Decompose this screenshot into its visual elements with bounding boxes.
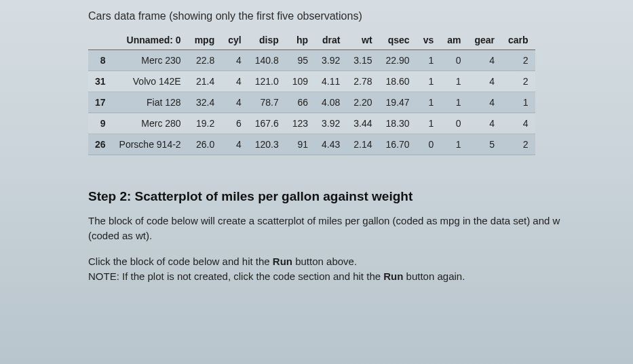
table-cell: 2 [501, 71, 535, 92]
table-cell: 32.4 [188, 92, 222, 113]
text-line: (coded as wt). [88, 230, 152, 241]
table-cell: 4 [221, 71, 248, 92]
table-cell: 0 [440, 113, 467, 134]
table-cell: 109 [286, 71, 315, 92]
table-cell: 19.2 [188, 113, 222, 134]
table-cell: 3.15 [347, 50, 379, 71]
table-cell: 1 [417, 71, 441, 92]
table-cell: Porsche 914-2 [113, 134, 188, 155]
text-fragment: Click the block of code below and hit th… [88, 256, 273, 267]
table-cell: 91 [286, 134, 315, 155]
table-cell: 66 [286, 92, 315, 113]
table-cell: 78.7 [248, 92, 286, 113]
table-row: 9Merc 28019.26167.61233.923.4418.301044 [88, 113, 535, 134]
table-cell: 22.90 [379, 50, 417, 71]
table-row: 17Fiat 12832.4478.7664.082.2019.471141 [88, 92, 535, 113]
col-header: am [440, 31, 467, 50]
table-cell: 1 [440, 134, 467, 155]
table-cell: 121.0 [248, 71, 286, 92]
table-cell: 2.78 [347, 71, 379, 92]
table-row: 8Merc 23022.84140.8953.923.1522.901042 [88, 50, 535, 71]
table-cell: Merc 280 [113, 113, 188, 134]
table-cell: 31 [88, 71, 113, 92]
table-cell: 16.70 [379, 134, 417, 155]
table-cell: 4 [467, 113, 501, 134]
table-cell: 1 [440, 92, 467, 113]
table-cell: 4.43 [315, 134, 347, 155]
col-header: disp [248, 31, 286, 50]
table-cell: 4.08 [315, 92, 347, 113]
table-row: 31Volvo 142E21.44121.01094.112.7818.6011… [88, 71, 535, 92]
table-cell: 4 [467, 50, 501, 71]
col-header: wt [347, 31, 379, 50]
col-header: vs [417, 31, 441, 50]
table-cell: 0 [417, 134, 441, 155]
col-header: hp [286, 31, 315, 50]
table-cell: 26.0 [188, 134, 222, 155]
table-cell: 3.44 [347, 113, 379, 134]
table-cell: 4.11 [315, 71, 347, 92]
table-cell: Volvo 142E [113, 71, 188, 92]
text-line: The block of code below will create a sc… [88, 215, 560, 226]
table-cell: 6 [221, 113, 248, 134]
table-cell: 2 [501, 134, 535, 155]
table-cell: 19.47 [379, 92, 417, 113]
col-header: mpg [188, 31, 222, 50]
table-cell: 4 [221, 134, 248, 155]
table-cell: 18.30 [379, 113, 417, 134]
table-cell: Fiat 128 [113, 92, 188, 113]
col-header: drat [315, 31, 347, 50]
table-cell: 4 [221, 50, 248, 71]
col-header: cyl [221, 31, 248, 50]
table-cell: Merc 230 [113, 50, 188, 71]
table-body: 8Merc 23022.84140.8953.923.1522.90104231… [88, 50, 535, 155]
cars-data-table: Unnamed: 0mpgcyldisphpdratwtqsecvsamgear… [88, 31, 535, 155]
table-cell: 95 [286, 50, 315, 71]
table-caption: Cars data frame (showing only the first … [88, 10, 606, 22]
table-cell: 1 [417, 92, 441, 113]
table-cell: 26 [88, 134, 113, 155]
col-header: qsec [379, 31, 417, 50]
table-cell: 3.92 [315, 113, 347, 134]
table-cell: 4 [467, 71, 501, 92]
table-header-row: Unnamed: 0mpgcyldisphpdratwtqsecvsamgear… [88, 31, 535, 50]
run-label: Run [383, 270, 403, 282]
table-cell: 2 [501, 50, 535, 71]
step2-instructions: Click the block of code below and hit th… [88, 254, 606, 285]
table-cell: 18.60 [379, 71, 417, 92]
step2-heading: Step 2: Scatterplot of miles per gallon … [88, 189, 606, 204]
table-cell: 1 [501, 92, 535, 113]
table-cell: 8 [88, 50, 113, 71]
table-cell: 4 [467, 92, 501, 113]
col-header: gear [467, 31, 501, 50]
text-fragment: button above. [292, 256, 357, 267]
col-header: carb [501, 31, 535, 50]
table-cell: 5 [467, 134, 501, 155]
table-cell: 0 [440, 50, 467, 71]
step2-paragraph: The block of code below will create a sc… [88, 214, 606, 243]
table-cell: 2.20 [347, 92, 379, 113]
text-fragment: button again. [403, 270, 465, 282]
table-cell: 3.92 [315, 50, 347, 71]
col-header [88, 31, 113, 50]
table-cell: 22.8 [188, 50, 222, 71]
table-cell: 1 [417, 50, 441, 71]
table-cell: 2.14 [347, 134, 379, 155]
table-row: 26Porsche 914-226.04120.3914.432.1416.70… [88, 134, 535, 155]
text-fragment: NOTE: If the plot is not created, click … [88, 270, 383, 282]
table-cell: 123 [286, 113, 315, 134]
run-label: Run [273, 256, 292, 267]
table-cell: 9 [88, 113, 113, 134]
table-cell: 17 [88, 92, 113, 113]
table-cell: 4 [501, 113, 535, 134]
table-cell: 1 [417, 113, 441, 134]
table-cell: 167.6 [248, 113, 286, 134]
table-cell: 4 [221, 92, 248, 113]
table-cell: 120.3 [248, 134, 286, 155]
table-cell: 140.8 [248, 50, 286, 71]
table-cell: 1 [440, 71, 467, 92]
table-cell: 21.4 [188, 71, 222, 92]
col-header: Unnamed: 0 [113, 31, 188, 50]
